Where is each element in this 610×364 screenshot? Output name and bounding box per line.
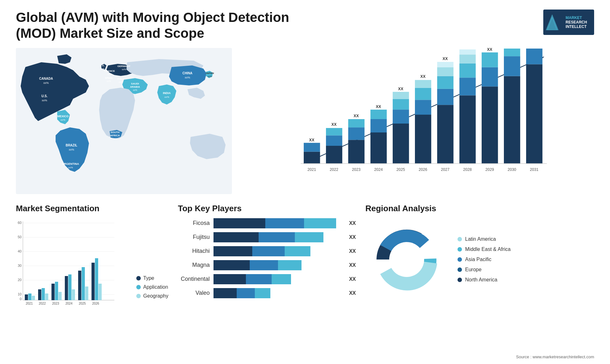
player-xx: XX — [349, 248, 356, 254]
top-section: CANADA xx% U.S. xx% MEXICO xx% BRAZIL xx… — [16, 48, 594, 194]
segmentation-title: Market Segmentation — [16, 204, 168, 213]
svg-rect-75 — [459, 63, 476, 78]
seg-grouped-bars: 60 50 40 30 20 10 0 — [16, 218, 130, 308]
player-xx: XX — [349, 234, 356, 240]
svg-text:2031: 2031 — [530, 167, 539, 172]
svg-text:2024: 2024 — [374, 167, 383, 172]
svg-text:2025: 2025 — [396, 167, 405, 172]
app-dot — [136, 285, 141, 289]
player-row: HitachiXX — [178, 246, 356, 256]
regional-legend-item: Europe — [458, 267, 511, 273]
legend-color-dot — [458, 237, 462, 241]
svg-rect-76 — [459, 54, 476, 63]
bar-2022: XX 2022 — [326, 122, 342, 172]
type-label: Type — [143, 275, 154, 281]
svg-rect-73 — [459, 95, 476, 164]
svg-rect-81 — [482, 67, 498, 86]
svg-rect-112 — [32, 296, 35, 300]
map-container: CANADA xx% U.S. xx% MEXICO xx% BRAZIL xx… — [16, 48, 232, 194]
svg-rect-41 — [326, 128, 342, 135]
donut-hole — [389, 242, 424, 277]
svg-text:xx%: xx% — [43, 81, 49, 84]
svg-rect-77 — [459, 49, 476, 54]
regional-container: Regional Analysis — [365, 204, 594, 324]
svg-text:SOUTH: SOUTH — [111, 131, 119, 134]
svg-text:2026: 2026 — [92, 302, 99, 305]
page-title: Global (AVM) with Moving Object Detectio… — [16, 10, 302, 42]
svg-text:2026: 2026 — [419, 167, 427, 172]
seg-legend: Type Application Geography — [136, 275, 168, 308]
svg-rect-45 — [348, 127, 364, 140]
bar-seg3 — [255, 288, 270, 298]
svg-rect-131 — [95, 258, 98, 300]
svg-text:XX: XX — [354, 114, 359, 118]
svg-rect-130 — [92, 263, 95, 300]
svg-rect-120 — [58, 292, 62, 300]
bar-2021: XX 2021 — [304, 138, 320, 172]
bar-seg2 — [250, 260, 278, 270]
legend-color-dot — [458, 247, 462, 252]
bar-2023: XX 2023 — [348, 114, 364, 172]
svg-rect-126 — [78, 271, 81, 300]
svg-text:2021: 2021 — [308, 167, 316, 172]
player-name: Fujitsu — [178, 234, 210, 240]
svg-text:MEXICO: MEXICO — [57, 115, 69, 118]
logo-line3: INTELLECT — [566, 24, 587, 29]
svg-text:xx%: xx% — [106, 80, 111, 82]
svg-text:XX: XX — [487, 48, 492, 52]
players-title: Top Key Players — [178, 204, 356, 213]
svg-text:BRAZIL: BRAZIL — [66, 144, 78, 147]
svg-text:2028: 2028 — [463, 167, 472, 172]
player-bar — [214, 288, 343, 298]
type-dot — [136, 276, 141, 280]
svg-rect-49 — [370, 132, 387, 164]
svg-text:FRANCE: FRANCE — [104, 70, 115, 72]
bar-seg1 — [214, 260, 250, 270]
svg-text:XX: XX — [331, 122, 336, 127]
player-name: Valeo — [178, 290, 210, 296]
svg-rect-115 — [42, 288, 45, 300]
svg-text:xx%: xx% — [185, 76, 190, 79]
bar-seg3 — [278, 260, 301, 270]
svg-text:2029: 2029 — [485, 167, 494, 172]
bar-seg3 — [285, 246, 310, 256]
svg-text:2023: 2023 — [352, 167, 361, 172]
player-bar — [214, 218, 343, 228]
geo-dot — [136, 294, 141, 298]
player-row: ContinentalXX — [178, 274, 356, 284]
svg-text:xx%: xx% — [42, 99, 47, 102]
svg-text:0: 0 — [20, 297, 22, 301]
svg-rect-90 — [526, 64, 542, 164]
seg-legend-app: Application — [136, 284, 168, 290]
legend-color-dot — [458, 278, 462, 282]
svg-text:2024: 2024 — [65, 302, 73, 305]
svg-text:60: 60 — [18, 221, 22, 225]
geo-label: Geography — [143, 293, 168, 299]
bottom-section: Market Segmentation 60 50 40 30 20 10 0 — [16, 204, 594, 324]
bar-seg1 — [214, 218, 265, 228]
svg-text:JAPAN: JAPAN — [206, 72, 214, 75]
svg-text:XX: XX — [376, 104, 381, 109]
logo-icon — [546, 14, 559, 30]
svg-text:SAUDI: SAUDI — [131, 82, 139, 85]
bar-seg2 — [252, 246, 285, 256]
svg-rect-85 — [504, 76, 520, 163]
svg-rect-119 — [55, 282, 58, 300]
svg-rect-111 — [28, 293, 31, 300]
header: Global (AVM) with Moving Object Detectio… — [16, 10, 594, 42]
svg-text:xx%: xx% — [69, 148, 74, 151]
svg-text:2021: 2021 — [26, 302, 33, 305]
player-name: Magna — [178, 262, 210, 268]
svg-rect-114 — [38, 289, 41, 300]
legend-label: North America — [465, 277, 497, 283]
svg-rect-51 — [370, 110, 387, 119]
svg-text:GERMANY: GERMANY — [118, 65, 131, 68]
svg-text:xx%: xx% — [107, 73, 112, 75]
legend-color-dot — [458, 257, 462, 262]
svg-text:AFRICA: AFRICA — [110, 134, 120, 137]
bar-seg2 — [246, 274, 272, 284]
donut-group — [376, 219, 443, 301]
player-bar — [214, 260, 343, 270]
svg-text:2027: 2027 — [441, 167, 450, 172]
svg-rect-67 — [437, 89, 453, 105]
